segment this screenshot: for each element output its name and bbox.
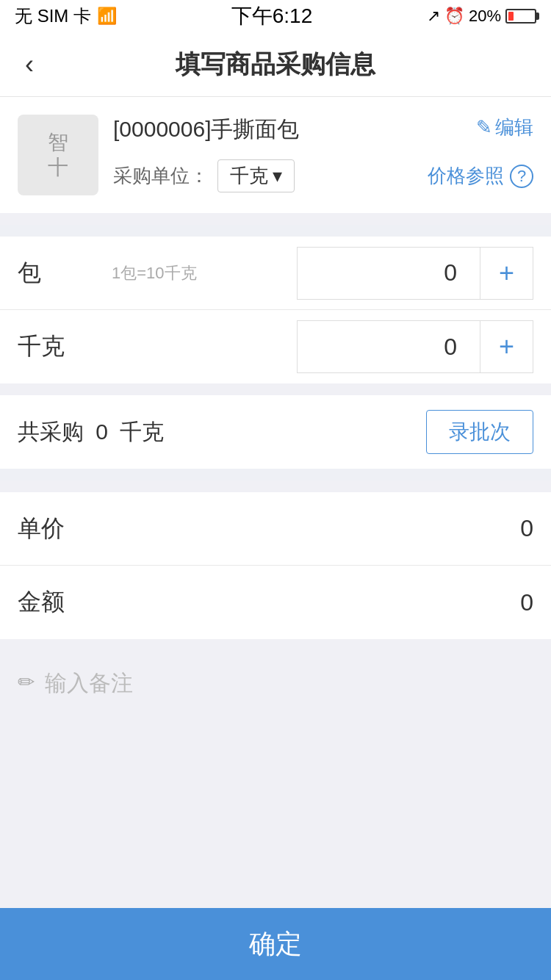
kg-quantity-input[interactable] — [297, 320, 480, 373]
summary-unit: 千克 — [120, 419, 164, 444]
unit-price-label: 单价 — [18, 513, 65, 545]
price-reference-button[interactable]: 价格参照 ? — [428, 163, 533, 189]
status-right: ↗ ⏰ 20% — [427, 7, 536, 26]
wifi-icon: 📶 — [97, 7, 117, 26]
product-bottom-row: 采购单位： 千克 ▾ 价格参照 ? — [113, 159, 533, 192]
kg-plus-button[interactable]: + — [480, 320, 533, 373]
product-thumbnail: 智 十 — [18, 115, 98, 195]
price-section: 单价 0 金额 0 — [0, 492, 551, 639]
logo-line2: 十 — [48, 155, 68, 180]
no-sim-label: 无 SIM 卡 — [15, 4, 91, 28]
product-top-row: [0000006]手撕面包 ✎ 编辑 — [113, 115, 533, 145]
summary-row: 共采购 0 千克 录批次 — [0, 395, 551, 469]
product-name: [0000006]手撕面包 — [113, 115, 299, 145]
pencil-icon: ✏ — [18, 670, 35, 694]
amount-label: 金额 — [18, 586, 65, 619]
remark-placeholder: 输入备注 — [45, 669, 133, 699]
kg-label: 千克 — [18, 331, 106, 363]
unit-price-row: 单价 0 — [0, 492, 551, 566]
kg-input-row: 千克 + — [0, 310, 551, 383]
bag-plus-button[interactable]: + — [480, 247, 533, 300]
battery-icon — [505, 9, 536, 24]
bag-quantity-input[interactable] — [297, 247, 480, 300]
remark-section[interactable]: ✏ 输入备注 — [0, 651, 551, 716]
section-divider-1 — [0, 225, 551, 237]
unit-value: 千克 — [230, 163, 268, 189]
alarm-icon: ⏰ — [444, 7, 464, 26]
edit-icon: ✎ — [476, 116, 492, 139]
bag-input-right: + — [297, 247, 533, 300]
content-spacer — [0, 716, 551, 937]
battery-percent: 20% — [469, 7, 501, 26]
bag-input-row: 包 1包=10千克 + — [0, 237, 551, 310]
purchase-unit: 采购单位： 千克 ▾ — [113, 159, 295, 192]
price-ref-label: 价格参照 — [428, 163, 504, 189]
input-section: 包 1包=10千克 + 千克 + — [0, 237, 551, 383]
chevron-down-icon: ▾ — [273, 165, 282, 187]
logo-line1: 智 — [48, 130, 68, 155]
edit-label: 编辑 — [495, 115, 533, 140]
kg-input-right: + — [297, 320, 533, 373]
batch-button[interactable]: 录批次 — [426, 410, 533, 454]
status-left: 无 SIM 卡 📶 — [15, 4, 117, 28]
unit-price-value: 0 — [520, 515, 533, 542]
summary-prefix: 共采购 — [18, 419, 84, 444]
amount-row: 金额 0 — [0, 566, 551, 639]
edit-button[interactable]: ✎ 编辑 — [476, 115, 533, 140]
battery-fill — [508, 12, 514, 21]
status-bar: 无 SIM 卡 📶 下午6:12 ↗ ⏰ 20% — [0, 0, 551, 32]
bag-label: 包 — [18, 257, 106, 289]
bag-sublabel: 1包=10千克 — [112, 262, 197, 284]
product-logo: 智 十 — [48, 130, 68, 179]
info-icon: ? — [510, 165, 533, 188]
summary-quantity: 0 — [96, 419, 108, 444]
product-info: [0000006]手撕面包 ✎ 编辑 采购单位： 千克 ▾ 价格参照 ? — [113, 115, 533, 192]
unit-select-dropdown[interactable]: 千克 ▾ — [217, 159, 295, 192]
summary-text: 共采购 0 千克 — [18, 417, 164, 447]
back-button[interactable]: ‹ — [18, 42, 41, 87]
status-time: 下午6:12 — [231, 2, 313, 30]
product-card: 智 十 [0000006]手撕面包 ✎ 编辑 采购单位： 千克 ▾ 价格参照 ? — [0, 97, 551, 213]
amount-value: 0 — [520, 589, 533, 616]
purchase-unit-label: 采购单位： — [113, 163, 209, 189]
section-divider-2 — [0, 469, 551, 480]
gps-icon: ↗ — [427, 7, 440, 26]
confirm-button[interactable]: 确定 — [0, 908, 551, 980]
page-title: 填写商品采购信息 — [176, 48, 375, 82]
nav-bar: ‹ 填写商品采购信息 — [0, 32, 551, 97]
